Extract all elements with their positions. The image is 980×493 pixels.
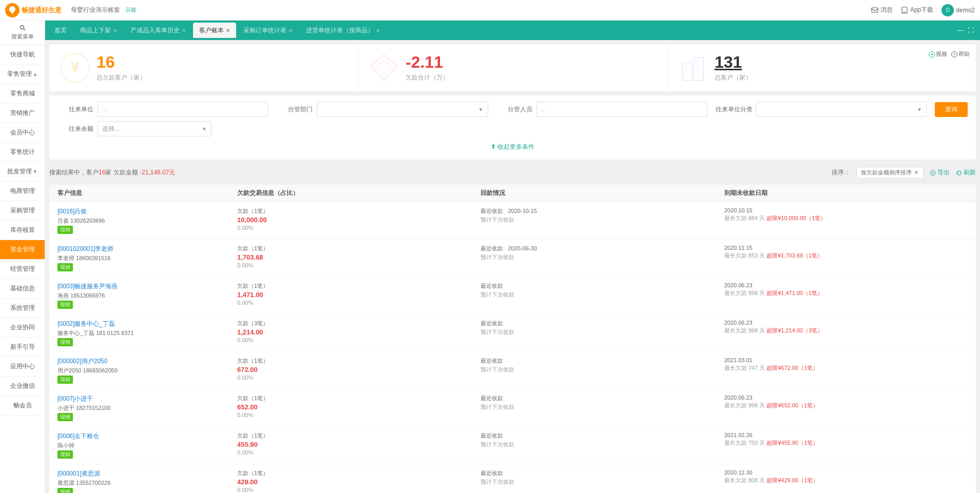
customer-cell-0001020001: [0001020001]李老师 李老师 18600391516 现销 <box>57 245 237 271</box>
customer-cell-0002: [0002]服务中心_丁磊 服务中心_丁磊 181 0125 8371 现销 <box>57 320 237 346</box>
debt-cell-0007: 欠款（1笔） 652.00 0.00% <box>237 395 481 418</box>
filter-manager: 分管人员 ... <box>496 102 707 117</box>
filter-select-balance[interactable]: 选择... ▼ <box>98 121 212 136</box>
filter-select-dept[interactable]: ▼ <box>317 102 488 117</box>
overdue-cell-000002: 2021.03.01 最长欠款 747 天 超限¥672.00（1笔） <box>724 357 968 372</box>
tab-product-offshelf[interactable]: 商品上下架 ✕ <box>74 23 123 38</box>
video-action[interactable]: 视频 <box>929 50 947 58</box>
query-button[interactable]: 查询 <box>935 102 968 117</box>
stat-label-debt-total: 欠款合计（万） <box>406 73 657 82</box>
tab-maximize-icon[interactable]: ⛶ <box>968 27 974 34</box>
sidebar-item-retail-stats[interactable]: 零售统计 <box>0 143 45 162</box>
tab-customer-account[interactable]: 客户账本 ✕ <box>193 23 236 38</box>
tab-minimize-icon[interactable]: — <box>957 27 964 34</box>
filter-input-from-unit[interactable]: ... <box>98 102 268 117</box>
sidebar-search[interactable]: 搜索菜单 <box>0 21 45 45</box>
customer-phone-0016: 吕俊 13026203696 <box>57 217 237 225</box>
tab-close-icon-2[interactable]: ✕ <box>182 28 186 33</box>
debt-count-0016: 欠款（1笔） <box>237 207 481 215</box>
sidebar-item-retail-store[interactable]: 零售商城 <box>0 84 45 104</box>
tab-produce-history[interactable]: 产成品入库单历史 ✕ <box>124 23 192 38</box>
svg-rect-12 <box>685 70 687 73</box>
filter-unit-category: 往来单位分类 ▼ <box>716 102 927 117</box>
debt-percent-0016: 0.00% <box>237 225 481 231</box>
customer-name-0003[interactable]: [0003]畅捷服务尹海燕 <box>57 282 237 291</box>
page-content: ¥ 16 总欠款客户（家） <box>45 40 980 493</box>
tab-bar-right: — ⛶ <box>957 27 978 34</box>
sidebar-item-marketing[interactable]: 营销推广 <box>0 104 45 123</box>
export-button[interactable]: 导出 <box>930 168 950 177</box>
stat-number-debt-customers: 16 <box>97 53 348 71</box>
customer-name-000002[interactable]: [000002]用户2050 <box>57 357 237 366</box>
chevron-icon: ▲ <box>33 71 38 77</box>
svg-rect-11 <box>685 65 687 68</box>
refresh-button[interactable]: 刷新 <box>956 168 976 177</box>
sidebar-item-newguide[interactable]: 新手引导 <box>0 338 45 357</box>
overdue-cell-0007: 2020.06.23 最长欠款 998 天 超限¥652.00（1笔） <box>724 395 968 409</box>
filter-input-manager[interactable]: ... <box>536 102 707 117</box>
tab-close-icon[interactable]: ✕ <box>113 28 117 33</box>
customer-name-0006[interactable]: [0006]去下粮仓 <box>57 432 237 441</box>
payback-cell-0006: 最近收款 预计下次收款 <box>481 432 724 448</box>
sidebar-item-sys[interactable]: 系统管理 <box>0 299 45 318</box>
filter-dept: 分管部门 ▼ <box>277 102 488 117</box>
diamond-icon <box>369 52 399 83</box>
tab-purchase-stats[interactable]: 采购订单统计表 ✕ <box>237 23 299 38</box>
customer-name-000001[interactable]: [000001]黄思源 <box>57 469 237 478</box>
sidebar-item-ecom[interactable]: 电商管理 <box>0 182 45 201</box>
customer-phone-000001: 黄思源 13552700226 <box>57 479 237 487</box>
debt-cell-0001020001: 欠款（1笔） 1,703.68 0.00% <box>237 245 481 268</box>
sidebar-item-wechat[interactable]: 企业微信 <box>0 377 45 396</box>
debt-amount: -21,148.07元 <box>140 169 175 176</box>
sidebar-item-changyou[interactable]: 畅会员 <box>0 396 45 416</box>
debt-cell-0003: 欠款（1笔） 1,471.00 0.00% <box>237 282 481 306</box>
filter-label-dept: 分管部门 <box>277 105 313 114</box>
stat-number-debt-total: -2.11 <box>406 53 657 71</box>
help-action[interactable]: ? 帮助 <box>951 50 970 58</box>
user-avatar-area[interactable]: D demo2 <box>941 4 975 16</box>
sort-dropdown[interactable]: 按欠款金额倒序排序 ▼ <box>856 167 924 179</box>
customer-name-0001020001[interactable]: [0001020001]李老师 <box>57 245 237 253</box>
sidebar-item-basic-info[interactable]: 基础信息 <box>0 279 45 299</box>
tab-close-icon-3[interactable]: ✕ <box>226 28 230 33</box>
collapse-button[interactable]: ⬆ 收起更多条件 <box>57 141 968 153</box>
stat-card-debt-total: -2.11 欠款合计（万） <box>358 44 667 91</box>
table-row: [000001]黄思源 黄思源 13552700226 现销 欠款（1笔） 42… <box>49 464 976 493</box>
overdue-amount-0016[interactable]: 超限¥10,000.00（1笔） <box>766 215 826 221</box>
store-link[interactable]: 示账 <box>125 6 137 14</box>
overdue-cell-0002: 2020.06.23 最长欠款 998 天 超限¥1,214.00（3笔） <box>724 320 968 334</box>
table-row: [0001020001]李老师 李老师 18600391516 现销 欠款（1笔… <box>49 240 976 277</box>
svg-rect-15 <box>696 70 698 73</box>
sidebar-item-purchase[interactable]: 采购管理 <box>0 201 45 221</box>
customer-badge-0002: 现销 <box>57 338 73 346</box>
customer-cell-000001: [000001]黄思源 黄思源 13552700226 现销 <box>57 469 237 493</box>
filter-from-unit: 往来单位 ... <box>57 102 268 117</box>
customer-name-0016[interactable]: [0016]吕俊 <box>57 207 237 216</box>
overdue-cell-000001: 2020.12.30 最长欠款 808 天 超限¥429.00（1笔） <box>724 469 968 484</box>
app-download-action[interactable]: App下载 <box>901 6 933 14</box>
debt-cell-0006: 欠款（1笔） 455.90 0.00% <box>237 432 481 456</box>
payback-cell-0002: 最近收款 预计下次收款 <box>481 320 724 336</box>
tab-home[interactable]: 首页 <box>47 26 74 35</box>
sidebar-item-enterprise[interactable]: 企业协同 <box>0 318 45 338</box>
tab-close-icon-4[interactable]: ✕ <box>289 28 293 33</box>
sidebar-item-ops[interactable]: 经营管理 <box>0 260 45 279</box>
customer-name-0007[interactable]: [0007]小进干 <box>57 395 237 403</box>
sidebar-item-inventory[interactable]: 库存核算 <box>0 221 45 240</box>
tab-incoming-stats[interactable]: 进货单统计表（按商品） ✕ <box>300 23 386 38</box>
sidebar-item-quick-nav[interactable]: 快捷导航 <box>0 45 45 65</box>
sidebar-item-batch-mgmt[interactable]: 批发管理▼ <box>0 162 45 182</box>
filter-label-from-unit: 往来单位 <box>57 105 93 114</box>
svg-rect-1 <box>902 7 907 13</box>
customer-name-0002[interactable]: [0002]服务中心_丁磊 <box>57 320 237 328</box>
customer-badge-0006: 现销 <box>57 450 73 459</box>
tab-close-icon-5[interactable]: ✕ <box>376 28 380 33</box>
filter-select-unit-category[interactable]: ▼ <box>756 102 927 117</box>
sidebar-item-capital[interactable]: 资金管理 <box>0 240 45 260</box>
sidebar-item-appcenter[interactable]: 应用中心 <box>0 357 45 377</box>
sidebar-search-label: 搜索菜单 <box>4 33 41 41</box>
customer-badge-0001020001: 现销 <box>57 263 73 271</box>
message-action[interactable]: 消息 <box>871 6 893 14</box>
sidebar-item-retail-mgmt[interactable]: 零售管理▲ <box>0 65 45 84</box>
sidebar-item-member[interactable]: 会员中心 <box>0 123 45 143</box>
